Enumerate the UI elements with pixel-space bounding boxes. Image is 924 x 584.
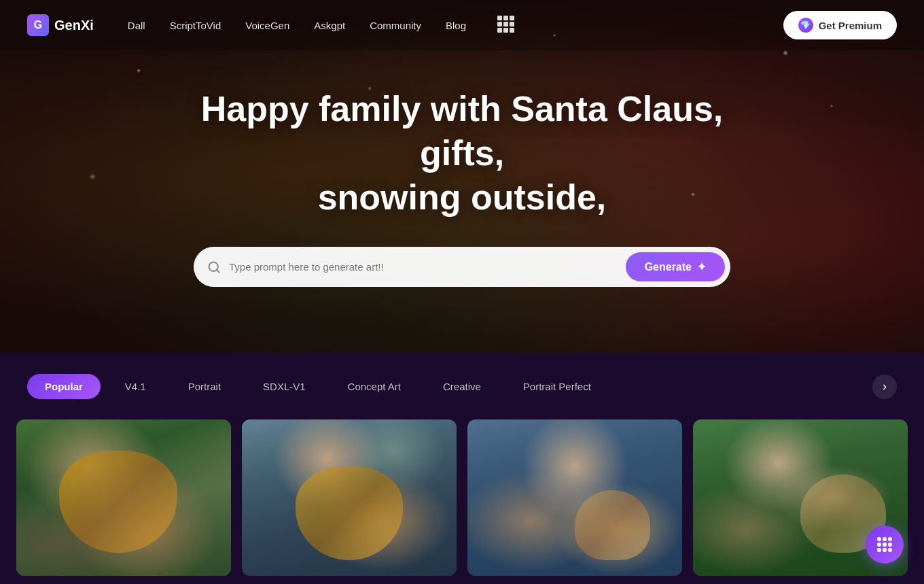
logo-text: GenXi — [54, 18, 94, 33]
gallery-card-2[interactable] — [242, 419, 457, 576]
gallery-grid — [16, 419, 908, 576]
generate-button[interactable]: Generate ✦ — [626, 252, 725, 281]
tabs-next-arrow[interactable]: › — [872, 375, 897, 399]
get-premium-label: Get Premium — [819, 20, 882, 31]
gallery-section — [0, 413, 924, 584]
logo-icon: G — [27, 14, 49, 36]
tab-creative[interactable]: Creative — [425, 374, 499, 399]
search-icon — [207, 260, 221, 274]
logo[interactable]: G GenXi — [27, 14, 94, 36]
search-bar: Generate ✦ — [194, 247, 730, 287]
tab-sdxlv1[interactable]: SDXL-V1 — [245, 374, 323, 399]
gallery-card-3[interactable] — [467, 419, 682, 576]
nav-links: Dall ScriptToVid VoiceGen Askgpt Communi… — [128, 16, 770, 35]
fab-grid-icon — [877, 537, 892, 552]
fab-button[interactable] — [866, 526, 904, 564]
tab-portrait-perfect[interactable]: Portrait Perfect — [505, 374, 609, 399]
grid-menu-icon[interactable] — [497, 16, 516, 35]
nav-link-dall[interactable]: Dall — [128, 20, 145, 31]
nav-link-community[interactable]: Community — [370, 20, 421, 31]
tabs-section: Popular V4.1 Portrait SDXL-V1 Concept Ar… — [0, 354, 924, 413]
tab-popular[interactable]: Popular — [27, 374, 101, 399]
hero-content: Happy family with Santa Claus, gifts, sn… — [0, 67, 924, 287]
tabs-row: Popular V4.1 Portrait SDXL-V1 Concept Ar… — [27, 374, 897, 399]
sparkle-icon: ✦ — [697, 260, 706, 273]
hero-title-line2: snowing outside, — [318, 177, 607, 217]
search-input[interactable] — [229, 261, 618, 273]
navbar: G GenXi Dall ScriptToVid VoiceGen Askgpt… — [0, 0, 924, 50]
generate-label: Generate — [645, 261, 692, 273]
tab-portrait[interactable]: Portrait — [171, 374, 238, 399]
nav-link-blog[interactable]: Blog — [446, 20, 466, 31]
nav-link-askgpt[interactable]: Askgpt — [314, 20, 345, 31]
svg-line-1 — [217, 269, 219, 272]
tab-v41[interactable]: V4.1 — [107, 374, 164, 399]
gem-icon: 💎 — [798, 18, 813, 33]
nav-link-voicegen[interactable]: VoiceGen — [245, 20, 289, 31]
hero-section: Happy family with Santa Claus, gifts, sn… — [0, 0, 924, 354]
get-premium-button[interactable]: 💎 Get Premium — [783, 11, 897, 39]
hero-title: Happy family with Santa Claus, gifts, sn… — [190, 87, 734, 220]
hero-title-line1: Happy family with Santa Claus, gifts, — [201, 89, 724, 173]
gallery-card-1[interactable] — [16, 419, 231, 576]
tab-concept-art[interactable]: Concept Art — [330, 374, 419, 399]
nav-link-scripttovid[interactable]: ScriptToVid — [170, 20, 221, 31]
